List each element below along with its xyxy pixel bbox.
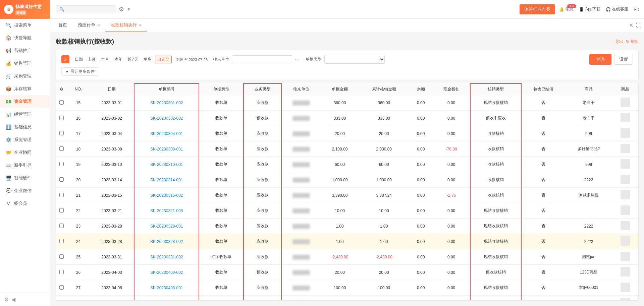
sidebar-item-purchase[interactable]: 🛒采购管理 <box>0 70 50 82</box>
table-row[interactable]: 25 2023-03-31 SK-20230331-002 红字收款单 应收款 … <box>56 249 638 265</box>
sidebar-item-finance[interactable]: 💵资金管理 <box>0 95 50 108</box>
table-row[interactable]: 24 2023-03-28 SK-20230328-002 收款单 应收款 ██… <box>56 234 638 249</box>
row-voucher-no[interactable]: SK-20230328-001 <box>134 219 199 234</box>
row-voucher-no[interactable]: SK-20230301-002 <box>134 95 199 111</box>
row-voucher-no[interactable]: SK-20230321-003 <box>134 203 199 219</box>
table-row[interactable]: 27 2023-04-08 SK-20230408-001 收款单 应收款 ██… <box>56 280 638 296</box>
filter-expand-button[interactable]: » <box>61 55 69 63</box>
voucher-link[interactable]: SK-20230403-002 <box>150 270 183 275</box>
row-voucher-no[interactable]: SK-20230314-001 <box>134 172 199 188</box>
row-voucher-no[interactable]: SK-20230408-001 <box>134 280 199 296</box>
row-checkbox[interactable] <box>56 188 67 203</box>
window-expand-icon[interactable]: ⛶ <box>636 22 641 28</box>
voucher-link[interactable]: SK-20230328-001 <box>150 224 183 229</box>
table-row[interactable]: 20 2023-03-14 SK-20230314-001 收款单 应收款 ██… <box>56 172 638 188</box>
date-more[interactable]: 更多 <box>142 56 154 63</box>
close-collection-tab-icon[interactable]: × <box>139 22 142 28</box>
sidebar-item-marketing[interactable]: 📢营销推广 <box>0 44 50 57</box>
sidebar-item-basic[interactable]: ℹ️基础信息 <box>0 121 50 133</box>
sidebar-item-inventory[interactable]: 📦库存核算 <box>0 82 50 95</box>
voucher-link[interactable]: SK-20230314-001 <box>150 178 183 182</box>
table-row[interactable]: 18 2023-03-08 SK-20230308-001 收款单 应收款 ██… <box>56 141 638 157</box>
online-service-link[interactable]: 🎧 在线客服 <box>606 6 628 12</box>
app-download-link[interactable]: 📱 App下载 <box>579 6 600 12</box>
tab-collection[interactable]: 收款核销执行 × <box>105 19 147 32</box>
table-row[interactable]: 16 2023-03-02 SK-20230302-002 收款单 预收款 ██… <box>56 111 638 126</box>
sidebar-item-hardware[interactable]: 🖥️智能硬件 <box>0 172 50 184</box>
header-settings-icon[interactable]: ⚙ <box>119 6 124 13</box>
table-row[interactable]: 26 2023-04-03 SK-20230403-002 收款单 预收款 ██… <box>56 265 638 280</box>
row-voucher-no[interactable]: SK-20230328-002 <box>134 234 199 249</box>
row-checkbox[interactable] <box>56 141 67 157</box>
partner-filter-input[interactable] <box>232 55 292 63</box>
row-checkbox[interactable] <box>56 126 67 141</box>
export-button[interactable]: ↑ 导出 <box>612 39 623 45</box>
row-voucher-no[interactable]: SK-20230302-002 <box>134 111 199 126</box>
row-checkbox[interactable] <box>56 157 67 172</box>
partner-more-icon[interactable]: ··· <box>295 57 300 62</box>
voucher-link[interactable]: SK-20230408-001 <box>150 286 183 290</box>
row-checkbox[interactable] <box>56 95 67 111</box>
column-settings-button[interactable]: 设置 <box>614 54 633 65</box>
sidebar-item-system[interactable]: ⚙️系统管理 <box>0 133 50 146</box>
date-this-month[interactable]: 本月 <box>99 56 111 63</box>
col-settings[interactable]: ⚙ <box>56 83 67 95</box>
row-voucher-no[interactable]: SK-20230310-001 <box>134 157 199 172</box>
search-bar[interactable]: 🔍 <box>56 5 116 13</box>
row-checkbox[interactable] <box>56 280 67 296</box>
table-row[interactable]: 21 2023-03-15 SK-20230315-002 收款单 应收款 ██… <box>56 188 638 203</box>
date-last-month[interactable]: 上月 <box>86 56 98 63</box>
voucher-link[interactable]: SK-20230331-002 <box>150 255 183 259</box>
table-row[interactable]: 28 2023-04-18 SK-20230418-001 收款单 应收款 ██… <box>56 296 638 301</box>
sidebar-item-guide[interactable]: 📖新手引导 <box>0 159 50 172</box>
table-row[interactable]: 22 2023-03-21 SK-20230321-003 收款单 应收款 ██… <box>56 203 638 219</box>
voucher-link[interactable]: SK-20230302-002 <box>150 116 183 121</box>
dropdown-arrow-icon[interactable]: ▼ <box>127 7 131 12</box>
table-row[interactable]: 15 2023-03-01 SK-20230301-002 收款单 应收款 ██… <box>56 95 638 111</box>
sidebar-item-operation[interactable]: 📊经营管理 <box>0 108 50 121</box>
refresh-button[interactable]: ↻ 刷新 <box>626 39 639 45</box>
sidebar-item-search[interactable]: 🔍搜索菜单 <box>0 19 50 32</box>
row-checkbox[interactable] <box>56 234 67 249</box>
sidebar-item-quick[interactable]: 🏠快捷导航 <box>0 32 50 44</box>
close-prepay-tab-icon[interactable]: × <box>97 22 100 28</box>
messages-link[interactable]: 🔔 消息 99+ <box>559 6 574 12</box>
row-voucher-no[interactable]: SK-20230315-002 <box>134 188 199 203</box>
window-close-icon[interactable]: ✕ <box>629 22 633 28</box>
date-custom-button[interactable]: 自定义 <box>155 56 172 63</box>
row-checkbox[interactable] <box>56 111 67 126</box>
voucher-link[interactable]: SK-20230328-002 <box>150 239 183 244</box>
expand-more-button[interactable]: ▼ 展开更多条件 <box>61 67 98 76</box>
voucher-link[interactable]: SK-20230308-001 <box>150 147 183 151</box>
row-checkbox[interactable] <box>56 219 67 234</box>
user-area[interactable]: Rit <box>634 7 639 12</box>
sidebar-item-corp[interactable]: 🤝企业协同 <box>0 146 50 159</box>
row-checkbox[interactable] <box>56 203 67 219</box>
sidebar-collapse-icon[interactable]: ◀ <box>11 296 15 303</box>
date-this-year[interactable]: 本年 <box>112 56 124 63</box>
table-row[interactable]: 17 2023-03-04 SK-20230304-001 收款单 应收款 ██… <box>56 126 638 141</box>
sidebar-settings-icon[interactable]: ⚙ <box>4 296 9 303</box>
row-voucher-no[interactable]: SK-20230308-001 <box>134 141 199 157</box>
date-7days[interactable]: 近7天 <box>126 56 140 63</box>
row-checkbox[interactable] <box>56 249 67 265</box>
voucher-link[interactable]: SK-20230310-001 <box>150 162 183 167</box>
row-checkbox[interactable] <box>56 172 67 188</box>
row-checkbox[interactable] <box>56 296 67 301</box>
table-row[interactable]: 19 2023-03-10 SK-20230310-001 收款单 应收款 ██… <box>56 157 638 172</box>
voucher-link[interactable]: SK-20230315-002 <box>150 193 183 198</box>
sidebar-item-member[interactable]: V畅会员 <box>0 197 50 210</box>
voucher-type-select[interactable] <box>324 55 385 64</box>
sidebar-item-wechat[interactable]: 💬企业微信 <box>0 184 50 197</box>
query-button[interactable]: 查询 <box>589 54 611 65</box>
row-voucher-no[interactable]: SK-20230304-001 <box>134 126 199 141</box>
voucher-link[interactable]: SK-20230304-001 <box>150 131 183 136</box>
row-voucher-no[interactable]: SK-20230418-001 <box>134 296 199 301</box>
row-voucher-no[interactable]: SK-20230403-002 <box>134 265 199 280</box>
row-voucher-no[interactable]: SK-20230331-002 <box>134 249 199 265</box>
tab-prepay[interactable]: 预应付单 × <box>72 19 105 32</box>
row-checkbox[interactable] <box>56 265 67 280</box>
solution-button[interactable]: 体验行业方案 <box>520 4 555 14</box>
tab-home[interactable]: 首页 <box>53 19 72 32</box>
table-row[interactable]: 23 2023-03-28 SK-20230328-001 收款单 应收款 ██… <box>56 219 638 234</box>
